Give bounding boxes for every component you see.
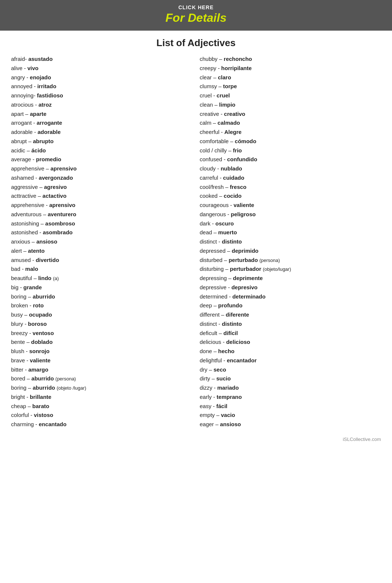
list-item: average - promedio bbox=[11, 155, 192, 164]
list-item: apart – aparte bbox=[11, 110, 192, 119]
click-here-text: CLICK HERE bbox=[0, 4, 392, 10]
list-item: courageous - valiente bbox=[200, 201, 381, 210]
list-item: apprehensive – aprensivo bbox=[11, 164, 192, 173]
list-item: dangerous - peligroso bbox=[200, 210, 381, 219]
list-item: distinct - distinto bbox=[200, 237, 381, 246]
list-item: deficult – difícil bbox=[200, 329, 381, 338]
list-item: bright - brillante bbox=[11, 393, 192, 402]
list-item: cooked – cocido bbox=[200, 192, 381, 201]
list-item: charming - encantado bbox=[11, 420, 192, 429]
list-item: apprehensive - aprensivo bbox=[11, 201, 192, 210]
list-item: amused - divertido bbox=[11, 256, 192, 265]
list-item: carreful - cuidado bbox=[200, 173, 381, 183]
list-item: breezy - ventoso bbox=[11, 329, 192, 338]
list-item: calm – calmado bbox=[200, 118, 381, 128]
list-item: broken - roto bbox=[11, 301, 192, 310]
list-item: empty – vacio bbox=[200, 411, 381, 420]
list-item: deep – profundo bbox=[200, 301, 381, 310]
list-item: adventurous – aventurero bbox=[11, 210, 192, 219]
list-item: comfortable – cómodo bbox=[200, 137, 381, 146]
list-item: cruel - cruel bbox=[200, 91, 381, 100]
left-column: afraid- asustadoalive - vivoangry - enoj… bbox=[7, 55, 196, 429]
list-item: beautiful – lindo (a) bbox=[11, 274, 192, 283]
list-item: arrogant - arrogante bbox=[11, 118, 192, 128]
list-item: cheerful - Alegre bbox=[200, 128, 381, 137]
list-item: easy - fácil bbox=[200, 402, 381, 411]
list-item: acidic – ácido bbox=[11, 146, 192, 155]
list-item: boring – aburrido bbox=[11, 292, 192, 301]
list-item: astonishing – asombroso bbox=[11, 219, 192, 228]
list-item: clear – claro bbox=[200, 73, 381, 82]
list-item: dead – muerto bbox=[200, 228, 381, 237]
list-item: distinct - distinto bbox=[200, 320, 381, 329]
content-area: afraid- asustadoalive - vivoangry - enoj… bbox=[0, 55, 392, 429]
list-item: delightful - encantador bbox=[200, 356, 381, 365]
list-item: creepy - horripilante bbox=[200, 64, 381, 73]
list-item: determined - determinado bbox=[200, 292, 381, 301]
list-item: brave - valiente bbox=[11, 356, 192, 365]
list-item: ashamed - avergonzado bbox=[11, 173, 192, 183]
list-item: cloudy - nublado bbox=[200, 164, 381, 173]
list-item: afraid- asustado bbox=[11, 55, 192, 64]
list-item: chubby – rechoncho bbox=[200, 55, 381, 64]
list-item: depressed – deprimido bbox=[200, 246, 381, 256]
list-item: bente – doblado bbox=[11, 338, 192, 347]
list-item: adorable - adorable bbox=[11, 128, 192, 137]
list-item: alive - vivo bbox=[11, 64, 192, 73]
list-item: creative - creativo bbox=[200, 110, 381, 119]
list-item: cold / chilly – frio bbox=[200, 146, 381, 155]
list-item: confused - confundido bbox=[200, 155, 381, 164]
list-item: dizzy - mariado bbox=[200, 383, 381, 393]
list-item: blury - boroso bbox=[11, 320, 192, 329]
for-details-text: For Details bbox=[0, 11, 392, 25]
list-item: disturbing – perturbador (objeto/lugar) bbox=[200, 265, 381, 274]
list-item: early - temprano bbox=[200, 393, 381, 402]
list-item: dirty – sucio bbox=[200, 374, 381, 383]
list-item: angry - enojado bbox=[11, 73, 192, 82]
list-item: clumsy – torpe bbox=[200, 82, 381, 91]
list-item: done – hecho bbox=[200, 347, 381, 356]
list-item: bad - malo bbox=[11, 265, 192, 274]
list-item: cool/fresh – fresco bbox=[200, 183, 381, 192]
list-item: disturbed – perturbado (persona) bbox=[200, 256, 381, 265]
list-item: blush - sonrojo bbox=[11, 347, 192, 356]
list-item: depressing – deprimente bbox=[200, 274, 381, 283]
list-item: alert – atento bbox=[11, 246, 192, 256]
list-item: clean – limpio bbox=[200, 100, 381, 110]
list-item: bitter - amargo bbox=[11, 365, 192, 375]
list-item: astonished - asombrado bbox=[11, 228, 192, 237]
list-item: dry – seco bbox=[200, 365, 381, 375]
list-item: delicious - delicioso bbox=[200, 338, 381, 347]
list-item: boring – aburrido (objeto /lugar) bbox=[11, 383, 192, 393]
list-item: eager – ansioso bbox=[200, 420, 381, 429]
list-item: abrupt – abrupto bbox=[11, 137, 192, 146]
list-item: bored – aburrido (persona) bbox=[11, 374, 192, 383]
list-item: depressive - depresivo bbox=[200, 283, 381, 292]
list-item: annoyed - irritado bbox=[11, 82, 192, 91]
list-item: acttractive – actactivo bbox=[11, 192, 192, 201]
right-column: chubby – rechonchocreepy - horripilantec… bbox=[196, 55, 385, 429]
list-item: cheap – barato bbox=[11, 402, 192, 411]
list-item: anxious – ansioso bbox=[11, 237, 192, 246]
header-banner[interactable]: CLICK HERE For Details bbox=[0, 0, 392, 31]
list-item: colorful - vistoso bbox=[11, 411, 192, 420]
list-item: big - grande bbox=[11, 283, 192, 292]
list-item: atrocious - atroz bbox=[11, 100, 192, 110]
list-item: aggressive – agresivo bbox=[11, 183, 192, 192]
list-item: busy – ocupado bbox=[11, 310, 192, 320]
list-item: annoying- fastidioso bbox=[11, 91, 192, 100]
page-title: List of Adjectives bbox=[0, 37, 392, 49]
list-item: dark - oscuro bbox=[200, 219, 381, 228]
footer: iSLCollective.com bbox=[0, 429, 392, 446]
list-item: different – diferente bbox=[200, 310, 381, 320]
